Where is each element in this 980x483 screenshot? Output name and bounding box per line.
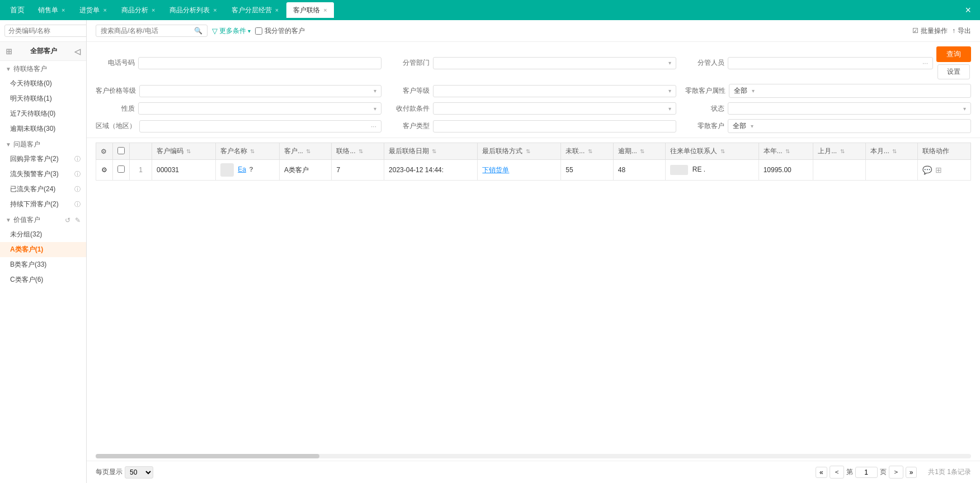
refresh-icon[interactable]: ↺ — [65, 216, 70, 224]
phone-input-control[interactable] — [138, 57, 381, 69]
row-gear[interactable]: ⚙ — [96, 160, 113, 181]
section-problem-customers[interactable]: ▼ 问题客户 — [0, 136, 86, 151]
col-unit-contact[interactable]: 往来单位联系人 ⇅ — [666, 143, 758, 160]
next-page-button[interactable]: ＞ — [889, 466, 903, 479]
col-customer-level[interactable]: 客户... ⇅ — [279, 143, 332, 160]
sidebar-item-ungrouped[interactable]: 未分组(32) — [0, 227, 86, 242]
sort-icon-this-year[interactable]: ⇅ — [785, 148, 790, 154]
sort-icon-last-method[interactable]: ⇅ — [526, 148, 530, 154]
my-customers-checkbox[interactable] — [255, 27, 262, 35]
row-name[interactable]: Ea ？ — [215, 160, 279, 181]
settings-button[interactable]: 设置 — [937, 64, 970, 79]
col-last-method[interactable]: 最后联络方式 ⇅ — [478, 143, 561, 160]
region-control[interactable] — [139, 120, 381, 132]
col-check[interactable] — [113, 143, 130, 160]
payment-control[interactable]: ▾ — [433, 102, 676, 115]
customer-level-input[interactable] — [438, 87, 666, 95]
page-size-select[interactable]: 20 50 100 — [125, 466, 153, 479]
edit-value-icon[interactable]: ✎ — [75, 216, 81, 224]
prev-page-button[interactable]: ＜ — [830, 466, 844, 479]
col-contact[interactable]: 联络... ⇅ — [332, 143, 384, 160]
payment-input[interactable] — [438, 105, 666, 112]
customer-type-input[interactable] — [438, 122, 671, 130]
sort-icon-code[interactable]: ⇅ — [186, 148, 191, 154]
col-no-contact[interactable]: 未联... ⇅ — [561, 143, 614, 160]
last-page-button[interactable]: » — [906, 467, 917, 478]
horizontal-scrollbar[interactable] — [96, 454, 971, 458]
sidebar-item-tomorrow[interactable]: 明天待联络(1) — [0, 91, 86, 106]
nav-home[interactable]: 首页 — [4, 3, 30, 17]
price-level-input[interactable] — [144, 87, 371, 95]
row-checkbox[interactable] — [113, 160, 130, 181]
dept-select-control[interactable]: ▾ — [433, 57, 676, 69]
col-overdue[interactable]: 逾期... ⇅ — [613, 143, 666, 160]
sort-icon-no-contact[interactable]: ⇅ — [588, 148, 592, 154]
nav-tab-purchase[interactable]: 进货单 × — [73, 2, 113, 18]
sidebar-item-repurchase-abnormal[interactable]: 回购异常客户(2) ⓘ — [0, 151, 86, 167]
batch-operation-button[interactable]: ☑ 批量操作 — [912, 26, 948, 36]
nature-input[interactable] — [143, 105, 371, 112]
nav-tab-customer-contact[interactable]: 客户联络 × — [286, 2, 333, 18]
nav-tab-analysis-list[interactable]: 商品分析列表 × — [163, 2, 223, 18]
sidebar-item-7days[interactable]: 近7天待联络(0) — [0, 106, 86, 121]
close-tab-customer-segment[interactable]: × — [275, 7, 279, 13]
more-filters-button[interactable]: ▽ 更多条件 ▾ — [212, 26, 251, 36]
collapse-sidebar-icon[interactable]: ◁ — [74, 47, 81, 56]
nav-tab-customer-segment[interactable]: 客户分层经营 × — [225, 2, 285, 18]
sidebar-item-churned[interactable]: 已流失客户(24) ⓘ — [0, 182, 86, 197]
manager-input[interactable] — [733, 59, 922, 67]
dept-input[interactable] — [438, 59, 666, 67]
phone-input[interactable] — [143, 59, 376, 67]
sort-icon-overdue[interactable]: ⇅ — [640, 148, 644, 154]
row-select-checkbox[interactable] — [117, 165, 125, 173]
first-page-button[interactable]: « — [816, 467, 827, 478]
sort-icon-name[interactable]: ⇅ — [250, 148, 255, 154]
query-button[interactable]: 查询 — [936, 46, 971, 62]
customer-type-control[interactable] — [433, 120, 676, 132]
scrollbar-thumb[interactable] — [96, 454, 319, 458]
section-pending-contact[interactable]: ▼ 待联络客户 — [0, 61, 86, 76]
sidebar-all-customers-header[interactable]: ⊞ 全部客户 ◁ — [0, 42, 86, 61]
sort-icon-this-month[interactable]: ⇅ — [892, 148, 897, 154]
sort-icon-last-month[interactable]: ⇅ — [840, 148, 845, 154]
select-all-checkbox[interactable] — [117, 147, 125, 154]
export-button[interactable]: ↑ 导出 — [952, 26, 971, 36]
close-tab-purchase[interactable]: × — [103, 7, 106, 13]
status-control[interactable]: ▾ — [728, 102, 971, 115]
sort-icon-contact[interactable]: ⇅ — [359, 148, 363, 154]
col-gear[interactable]: ⚙ — [96, 143, 113, 160]
search-icon[interactable]: 🔍 — [194, 27, 202, 35]
search-input[interactable] — [101, 27, 194, 35]
close-tab-analysis[interactable]: × — [152, 7, 155, 13]
chat-action-icon[interactable]: 💬 — [922, 165, 932, 174]
close-tab-customer-contact[interactable]: × — [323, 7, 327, 13]
section-value-customers[interactable]: ▼ 价值客户 ↺ ✎ — [0, 212, 86, 227]
sidebar-item-today[interactable]: 今天待联络(0) — [0, 76, 86, 91]
status-input[interactable] — [733, 105, 961, 112]
nature-control[interactable]: ▾ — [138, 102, 381, 115]
col-this-month[interactable]: 本月... ⇅ — [865, 143, 918, 160]
retail-customer-control[interactable]: 全部 ▾ — [728, 119, 971, 133]
col-last-date[interactable]: 最后联络日期 ⇅ — [384, 143, 478, 160]
price-level-control[interactable]: ▾ — [139, 85, 381, 97]
sidebar-item-c-class[interactable]: C类客户(6) — [0, 272, 86, 287]
sidebar-search-input[interactable] — [4, 25, 87, 37]
page-number-input[interactable] — [855, 467, 878, 478]
sidebar-item-churn-warning[interactable]: 流失预警客户(3) ⓘ — [0, 167, 86, 182]
last-method-link[interactable]: 下销货单 — [482, 166, 509, 174]
sidebar-item-overdue[interactable]: 逾期未联络(30) — [0, 121, 86, 136]
customer-name-text[interactable]: Ea — [238, 165, 246, 173]
nav-tab-sales[interactable]: 销售单 × — [31, 2, 72, 18]
nav-tab-analysis[interactable]: 商品分析 × — [115, 2, 162, 18]
sidebar-item-b-class[interactable]: B类客户(33) — [0, 257, 86, 272]
col-customer-code[interactable]: 客户编码 ⇅ — [152, 143, 216, 160]
close-all-button[interactable]: × — [960, 4, 976, 16]
sidebar-item-a-class[interactable]: A类客户(1) — [0, 242, 86, 257]
sidebar-item-declining[interactable]: 持续下滑客户(2) ⓘ — [0, 197, 86, 212]
col-this-year[interactable]: 本年... ⇅ — [758, 143, 813, 160]
manager-input-control[interactable] — [728, 57, 933, 69]
row-last-method[interactable]: 下销货单 — [478, 160, 561, 181]
retail-attr-control[interactable]: 全部 ▾ — [729, 84, 971, 98]
col-customer-name[interactable]: 客户名称 ⇅ — [215, 143, 279, 160]
close-tab-analysis-list[interactable]: × — [213, 7, 216, 13]
